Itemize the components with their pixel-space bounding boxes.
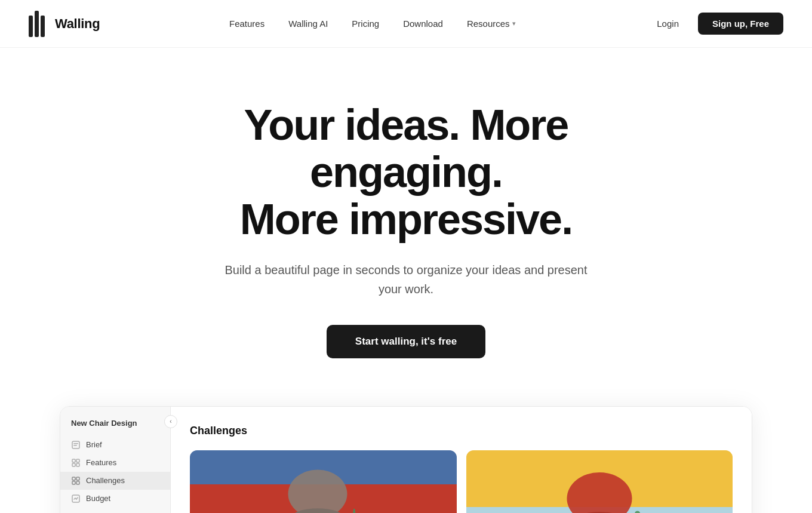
demo-card-2[interactable] <box>466 450 733 513</box>
svg-rect-13 <box>76 481 79 484</box>
svg-rect-10 <box>72 477 75 480</box>
demo-main-content: Challenges <box>171 407 752 513</box>
navbar: Walling Features Walling AI Pricing Down… <box>0 0 812 48</box>
sidebar-item-features[interactable]: Features <box>60 454 170 472</box>
hero-subtitle: Build a beautiful page in seconds to org… <box>215 260 597 299</box>
sidebar-item-brief[interactable]: Brief <box>60 436 170 454</box>
sidebar-item-challenges[interactable]: Challenges <box>60 472 170 490</box>
svg-rect-11 <box>76 477 79 480</box>
demo-card-1[interactable] <box>190 450 457 513</box>
signup-button[interactable]: Sign up, Free <box>698 13 783 35</box>
svg-line-29 <box>354 509 356 513</box>
nav-walling-ai[interactable]: Walling AI <box>279 14 337 33</box>
svg-rect-4 <box>73 443 78 444</box>
logo[interactable]: Walling <box>29 11 100 37</box>
sidebar-item-budget[interactable]: Budget <box>60 490 170 508</box>
brief-icon <box>71 440 81 450</box>
demo-app: ‹ New Chair Design Brief Features <box>60 406 752 513</box>
nav-download[interactable]: Download <box>393 14 453 33</box>
chair-illustration-2 <box>540 460 659 513</box>
svg-rect-6 <box>72 459 75 462</box>
nav-links: Features Walling AI Pricing Download Res… <box>220 14 525 33</box>
svg-rect-0 <box>29 16 33 37</box>
nav-pricing[interactable]: Pricing <box>342 14 389 33</box>
chevron-down-icon: ▾ <box>512 20 516 27</box>
budget-icon <box>71 494 81 503</box>
svg-rect-2 <box>41 16 45 37</box>
svg-rect-1 <box>35 11 39 37</box>
svg-rect-5 <box>73 445 77 446</box>
svg-point-30 <box>567 472 632 513</box>
demo-content-title: Challenges <box>190 425 733 437</box>
svg-rect-9 <box>76 463 79 466</box>
nav-right: Login Sign up, Free <box>645 13 783 35</box>
sidebar-collapse-button[interactable]: ‹ <box>164 415 177 428</box>
logo-text: Walling <box>55 16 100 32</box>
features-icon <box>71 458 81 468</box>
chair-illustration-1 <box>269 462 377 513</box>
sidebar-project-title: New Chair Design <box>60 419 170 436</box>
hero-section: Your ideas. More engaging. More impressi… <box>0 48 812 394</box>
logo-icon <box>29 11 49 37</box>
sidebar-item-design[interactable]: Design <box>60 508 170 513</box>
svg-point-38 <box>635 511 640 513</box>
login-button[interactable]: Login <box>645 14 691 33</box>
demo-cards-grid <box>190 450 733 513</box>
svg-point-18 <box>288 469 347 513</box>
nav-features[interactable]: Features <box>220 14 274 33</box>
svg-rect-7 <box>76 459 79 462</box>
hero-title: Your ideas. More engaging. More impressi… <box>161 102 651 244</box>
svg-rect-8 <box>72 463 75 466</box>
cta-button[interactable]: Start walling, it's free <box>327 325 485 358</box>
svg-rect-12 <box>72 481 75 484</box>
challenges-icon <box>71 476 81 486</box>
demo-sidebar: ‹ New Chair Design Brief Features <box>60 407 171 513</box>
nav-resources[interactable]: Resources ▾ <box>457 14 525 33</box>
